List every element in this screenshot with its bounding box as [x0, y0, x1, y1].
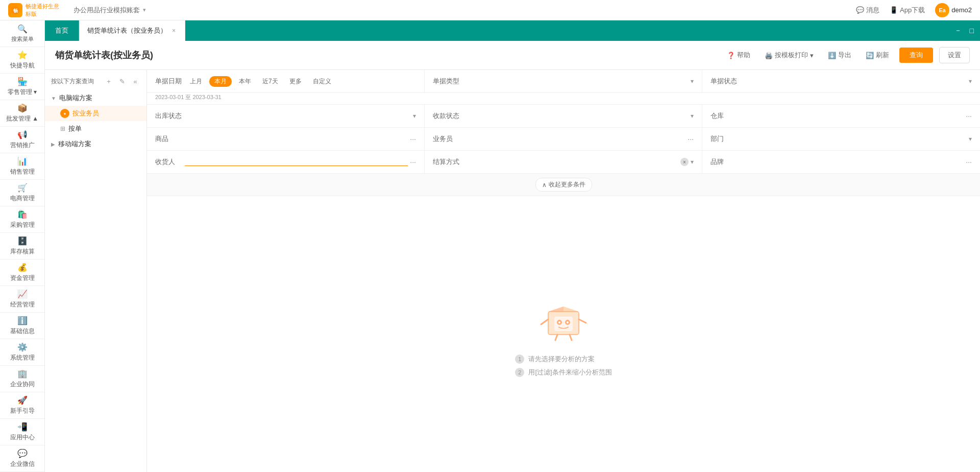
sidebar-system[interactable]: ⚙️ 系统管理	[0, 339, 44, 366]
filter-row-4: 收货人 ··· 结算方式 × ▾	[147, 151, 980, 174]
receiver-dots-icon[interactable]: ···	[410, 158, 416, 166]
brand-input[interactable]	[740, 158, 964, 166]
collapse-row: ∧ 收起更多条件	[147, 174, 980, 196]
tree-by-order[interactable]: ⊞ 按单	[45, 121, 146, 136]
salesperson-input[interactable]	[462, 135, 685, 143]
outbound-dropdown-icon[interactable]: ▾	[413, 112, 416, 120]
payment-label: 结算方式	[433, 157, 459, 167]
receipt-dropdown-icon[interactable]: ▾	[691, 112, 694, 120]
date-custom[interactable]: 自定义	[309, 76, 335, 87]
payment-dropdown-icon[interactable]: ▾	[691, 158, 694, 166]
settings-button[interactable]: 设置	[939, 47, 970, 63]
collapse-panel-button[interactable]: «	[130, 76, 140, 86]
user-menu[interactable]: Ea demo2	[935, 3, 972, 17]
svg-marker-4	[564, 306, 579, 312]
collapse-arrow-icon: ∧	[542, 181, 547, 188]
tab-maximize-button[interactable]: □	[968, 25, 976, 37]
tab-active[interactable]: 销货单统计表（按业务员） ×	[79, 20, 185, 41]
logo-text: 畅捷通好生意 标版	[26, 3, 59, 17]
date-last-7days[interactable]: 近7天	[258, 76, 282, 87]
sidebar-inventory[interactable]: 🗄️ 库存核算	[0, 233, 44, 259]
tab-minimize-button[interactable]: －	[952, 24, 964, 37]
doc-type-input[interactable]	[463, 78, 689, 85]
receipt-input[interactable]	[463, 112, 689, 120]
payment-clear-button[interactable]: ×	[680, 158, 689, 166]
marketing-icon: 📢	[17, 130, 28, 139]
sidebar-newuser-label: 新手引导	[10, 407, 35, 415]
payment-input[interactable]	[463, 158, 678, 166]
sidebar-enterprise[interactable]: 🏢 企业协同	[0, 366, 44, 392]
tab-home[interactable]: 首页	[45, 20, 79, 41]
newuser-icon: 🚀	[17, 395, 28, 405]
date-this-year[interactable]: 本年	[235, 76, 255, 87]
doc-status-dropdown-icon[interactable]: ▾	[969, 78, 972, 85]
brand-dots-icon[interactable]: ···	[966, 158, 972, 166]
warehouse-input[interactable]	[740, 112, 964, 120]
tree-desktop-label: 电脑端方案	[59, 93, 92, 103]
sidebar-marketing-label: 营销推广	[10, 141, 35, 150]
query-button[interactable]: 查询	[899, 48, 933, 63]
retail-icon: 🏪	[17, 77, 28, 86]
warehouse-dots-icon[interactable]: ···	[966, 112, 972, 120]
doc-status-input[interactable]	[741, 78, 967, 85]
department-dropdown-icon[interactable]: ▾	[969, 135, 972, 143]
product-label: 商品	[155, 134, 181, 144]
app-download-button[interactable]: 📱 App下载	[890, 6, 925, 15]
help-button[interactable]: ❓ 帮助	[723, 49, 754, 62]
sidebar-apps[interactable]: 📲 应用中心	[0, 419, 44, 445]
sidebar-wholesale[interactable]: 📦 批发管理 ▲	[0, 100, 44, 127]
tab-close-icon[interactable]: ×	[171, 26, 177, 35]
sidebar-wechat[interactable]: 💬 企业微信	[0, 445, 44, 472]
operation-icon: 📈	[17, 289, 28, 299]
empty-icon	[533, 291, 594, 342]
filter-cell-department: 部门 ▾	[702, 128, 980, 150]
outbound-input[interactable]	[186, 112, 411, 120]
sidebar-ecommerce[interactable]: 🛒 电商管理	[0, 180, 44, 206]
filter-cell-doc-type: 单据类型 ▾	[425, 70, 702, 92]
date-this-month[interactable]: 本月	[209, 76, 232, 87]
sidebar-purchase-label: 采购管理	[10, 221, 35, 229]
tree-desktop-schemes[interactable]: ▼ 电脑端方案	[45, 90, 146, 106]
department-input[interactable]	[740, 135, 967, 143]
basic-icon: ℹ️	[17, 316, 28, 325]
sidebar-retail[interactable]: 🏪 零售管理 ▾	[0, 74, 44, 100]
tree-by-salesperson[interactable]: ● 按业务员	[45, 106, 146, 121]
sidebar-search[interactable]: 🔍 搜索菜单	[0, 20, 44, 47]
sidebar-sales[interactable]: 📊 销售管理	[0, 153, 44, 180]
sidebar-wechat-label: 企业微信	[10, 460, 35, 468]
logo-icon: 畅	[8, 3, 22, 17]
logo-area: 畅 畅捷通好生意 标版	[8, 3, 59, 17]
sidebar-marketing[interactable]: 📢 营销推广	[0, 127, 44, 153]
sidebar-finance[interactable]: 💰 资金管理	[0, 259, 44, 286]
doc-status-value: ▾	[741, 78, 972, 85]
message-button[interactable]: 💬 消息	[856, 6, 879, 15]
sidebar-apps-label: 应用中心	[10, 433, 35, 442]
export-button[interactable]: ⬇️ 导出	[824, 49, 855, 62]
product-value: ···	[185, 135, 416, 143]
filter-cell-date: 单据日期 上月 本月 本年 近7天 更多 自定义	[147, 70, 425, 92]
sidebar-purchase[interactable]: 🛍️ 采购管理	[0, 206, 44, 233]
product-input[interactable]	[185, 135, 408, 143]
date-last-month[interactable]: 上月	[186, 76, 206, 87]
sidebar-operation[interactable]: 📈 经营管理	[0, 286, 44, 313]
sidebar-system-label: 系统管理	[10, 353, 35, 362]
salesperson-dots-icon[interactable]: ···	[688, 135, 694, 143]
print-button[interactable]: 🖨️ 按模板打印 ▾	[761, 49, 818, 62]
phone-icon: 📱	[890, 6, 898, 14]
filter-cell-salesperson: 业务员 ···	[425, 128, 702, 150]
add-scheme-button[interactable]: +	[104, 76, 114, 86]
doc-type-dropdown-icon[interactable]: ▾	[691, 78, 694, 85]
receiver-input[interactable]	[185, 158, 408, 166]
nav-path-arrow[interactable]: ▾	[143, 7, 146, 13]
date-more[interactable]: 更多	[285, 76, 306, 87]
sidebar-newuser[interactable]: 🚀 新手引导	[0, 392, 44, 419]
finance-icon: 💰	[17, 263, 28, 272]
refresh-button[interactable]: 🔄 刷新	[862, 49, 893, 62]
tree-mobile-schemes[interactable]: ▶ 移动端方案	[45, 136, 146, 152]
sidebar-basic[interactable]: ℹ️ 基础信息	[0, 313, 44, 339]
edit-scheme-button[interactable]: ✎	[117, 76, 127, 86]
sidebar-quicknav[interactable]: ⭐ 快捷导航	[0, 47, 44, 74]
product-dots-icon[interactable]: ···	[410, 135, 416, 143]
collapse-button[interactable]: ∧ 收起更多条件	[535, 178, 592, 192]
svg-line-12	[579, 319, 586, 323]
